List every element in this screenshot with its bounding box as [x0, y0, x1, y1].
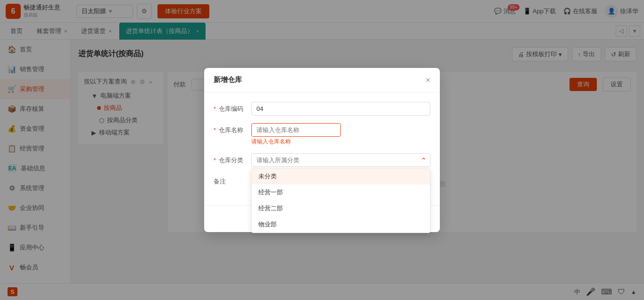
warehouse-name-input[interactable]: [251, 123, 341, 137]
dropdown-item-uncategorized[interactable]: 未分类: [252, 168, 430, 184]
form-row-category: * 仓库分类 ⌃ 未分类 经营一部 经营二部 物业部: [214, 153, 430, 167]
dialog-close-btn[interactable]: ×: [425, 76, 430, 84]
form-row-name: * 仓库名称 请输入仓库名称: [214, 123, 430, 146]
dialog-overlay[interactable]: 新增仓库 × * 仓库编码 * 仓库名称 请输入仓库名称: [0, 0, 644, 300]
form-row-code: * 仓库编码: [214, 102, 430, 116]
warehouse-code-input[interactable]: [251, 102, 430, 116]
warehouse-code-label: * 仓库编码: [214, 102, 251, 113]
category-wrapper: ⌃ 未分类 经营一部 经营二部 物业部: [251, 153, 430, 167]
dialog-title: 新增仓库: [214, 75, 242, 84]
category-input[interactable]: [251, 153, 430, 167]
dropdown-item-ops1[interactable]: 经营一部: [252, 184, 430, 200]
warehouse-name-error: 请输入仓库名称: [251, 138, 430, 146]
notes-label: 备注: [214, 175, 251, 186]
dialog-header: 新增仓库 ×: [204, 68, 440, 92]
warehouse-name-wrapper: 请输入仓库名称: [251, 123, 430, 146]
category-dropdown: 未分类 经营一部 经营二部 物业部: [251, 168, 430, 233]
category-chevron-icon[interactable]: ⌃: [421, 156, 427, 165]
dialog-body: * 仓库编码 * 仓库名称 请输入仓库名称 *: [204, 92, 440, 205]
dropdown-item-ops2[interactable]: 经营二部: [252, 200, 430, 217]
new-warehouse-dialog: 新增仓库 × * 仓库编码 * 仓库名称 请输入仓库名称: [204, 68, 440, 232]
warehouse-category-label: * 仓库分类: [214, 153, 251, 165]
warehouse-name-label: * 仓库名称: [214, 123, 251, 134]
dropdown-item-property[interactable]: 物业部: [252, 217, 430, 233]
